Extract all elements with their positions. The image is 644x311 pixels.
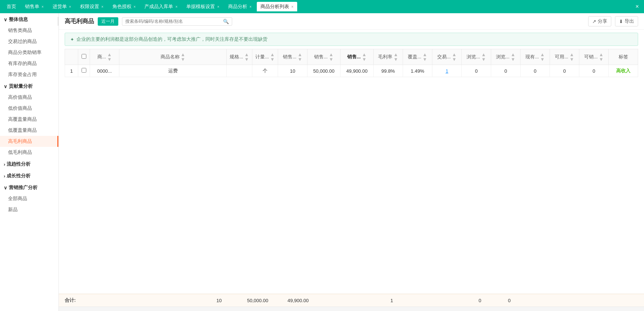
sidebar-group-growth[interactable]: › 成长性分析 <box>0 170 58 181</box>
main-layout: « ∨ 整体信息 销售类商品 交易过的商品 商品分类助销率 有库存的商品 库存资… <box>0 13 644 311</box>
sidebar-item-high-margin[interactable]: 高毛利商品 <box>0 136 58 147</box>
footer-available: 0 <box>494 298 524 303</box>
close-icon[interactable]: × <box>134 5 136 9</box>
col-gross-rate[interactable]: 毛利率 ▲▼ <box>374 49 403 65</box>
filter-recent-month-button[interactable]: 近一月 <box>98 17 118 26</box>
sidebar-item-low-value[interactable]: 低价值商品 <box>0 103 58 114</box>
cell-index: 1 <box>65 65 78 77</box>
footer-sales1: 10 <box>201 298 237 303</box>
nav-sales[interactable]: 销售单 × <box>21 2 47 11</box>
top-navigation: 首页 销售单 × 进货单 × 权限设置 × 角色授权 × 产成品入库单 × 单据… <box>0 0 644 13</box>
info-banner: ✦ 企业的主要的利润都是这部分商品创造的，可考虑加大推广，同时关注库存是不要出现… <box>65 33 638 46</box>
sidebar-item-high-coverage[interactable]: 高覆盖量商品 <box>0 114 58 125</box>
product-table: 商... ▲▼ 商品名称 ▲▼ 规格... <box>65 49 638 77</box>
sidebar-item-sales-products[interactable]: 销售类商品 <box>0 25 58 36</box>
close-icon[interactable]: × <box>217 5 219 9</box>
sidebar-group-overview[interactable]: ∨ 整体信息 <box>0 13 58 25</box>
col-name[interactable]: 商品名称 ▲▼ <box>119 49 227 65</box>
export-button[interactable]: ⬇ 导出 <box>615 16 638 26</box>
sidebar-collapse-button[interactable]: « <box>58 17 59 26</box>
close-icon[interactable]: × <box>249 5 252 9</box>
nav-permissions[interactable]: 权限设置 × <box>76 2 107 11</box>
table-row: 1 0000... 运费 个 10 50,000.00 49,900.00 99… <box>65 65 638 77</box>
search-box: 🔍 <box>122 17 232 26</box>
sidebar-item-stock-capital[interactable]: 库存资金占用 <box>0 69 58 80</box>
row-checkbox[interactable] <box>82 68 86 73</box>
footer-transaction: 1 <box>377 298 406 303</box>
chevron-down-icon: ∨ <box>4 17 7 22</box>
close-icon[interactable]: × <box>69 5 71 9</box>
sidebar-item-high-value[interactable]: 高价值商品 <box>0 92 58 103</box>
col-browse1[interactable]: 浏览... ▲▼ <box>462 49 491 65</box>
sidebar-item-stock-products[interactable]: 有库存的商品 <box>0 58 58 69</box>
export-icon: ⬇ <box>619 19 623 24</box>
sidebar-group-marketing[interactable]: ∨ 营销推广分析 <box>0 181 58 193</box>
chevron-down-icon: ∨ <box>4 84 7 89</box>
chevron-right-icon: › <box>4 173 5 179</box>
sidebar: « ∨ 整体信息 销售类商品 交易过的商品 商品分类助销率 有库存的商品 库存资… <box>0 13 59 311</box>
close-icon[interactable]: × <box>101 5 104 9</box>
cell-tag: 高收入 <box>609 65 638 77</box>
chevron-down-icon: ∨ <box>4 185 7 191</box>
col-sellable[interactable]: 可销... ▲▼ <box>579 49 609 65</box>
col-sales1[interactable]: 销售... ▲▼ <box>278 49 307 65</box>
sidebar-item-new-products[interactable]: 新品 <box>0 204 58 215</box>
nav-analysis-list[interactable]: 商品分析列表 × <box>257 2 297 11</box>
footer-sales3: 49,900.00 <box>278 298 318 303</box>
nav-analysis[interactable]: 商品分析 × <box>224 2 255 11</box>
close-icon[interactable]: × <box>175 5 177 9</box>
sidebar-item-category-rate[interactable]: 商品分类助销率 <box>0 47 58 58</box>
col-available[interactable]: 可用... ▲▼ <box>550 49 579 65</box>
col-code[interactable]: 商... ▲▼ <box>90 49 119 65</box>
chevron-right-icon: › <box>4 162 5 167</box>
close-icon[interactable]: × <box>291 5 294 9</box>
select-all-checkbox[interactable] <box>82 54 86 59</box>
cell-sellable: 0 <box>579 65 609 77</box>
search-input[interactable] <box>125 19 221 24</box>
table-header-row: 商... ▲▼ 商品名称 ▲▼ 规格... <box>65 49 638 65</box>
search-icon[interactable]: 🔍 <box>223 19 229 24</box>
col-current[interactable]: 现有... ▲▼ <box>521 49 550 65</box>
nav-purchase[interactable]: 进货单 × <box>49 2 75 11</box>
sidebar-item-low-margin[interactable]: 低毛利商品 <box>0 147 58 158</box>
cell-code[interactable]: 0000... <box>90 65 119 77</box>
table-wrap: 商... ▲▼ 商品名称 ▲▼ 规格... <box>59 49 644 294</box>
col-spec[interactable]: 规格... ▲▼ <box>227 49 252 65</box>
col-unit[interactable]: 计量... ▲▼ <box>252 49 278 65</box>
close-icon[interactable]: × <box>42 5 44 9</box>
sidebar-item-all-products[interactable]: 全部商品 <box>0 193 58 204</box>
cell-spec <box>227 65 252 77</box>
cell-checkbox[interactable] <box>78 65 90 77</box>
cell-transaction[interactable]: 1 <box>432 65 462 77</box>
col-browse2[interactable]: 浏览... ▲▼ <box>491 49 521 65</box>
nav-template[interactable]: 单据模板设置 × <box>183 2 223 11</box>
page-title: 高毛利商品 <box>65 18 94 25</box>
nav-roles[interactable]: 角色授权 × <box>109 2 140 11</box>
horizontal-scrollbar[interactable] <box>59 307 644 311</box>
col-transaction[interactable]: 交易... ▲▼ <box>432 49 462 65</box>
col-checkbox[interactable] <box>78 49 90 65</box>
sidebar-item-traded-products[interactable]: 交易过的商品 <box>0 36 58 47</box>
content-area: 高毛利商品 近一月 🔍 ↗ 分享 ⬇ 导出 ✦ 企业的主要的利润都是这部分商品创… <box>59 13 644 311</box>
footer-sales2: 50,000.00 <box>237 298 278 303</box>
cell-sales2: 50,000.00 <box>307 65 341 77</box>
sidebar-group-trend[interactable]: › 流趋性分析 <box>0 158 58 170</box>
close-all-button[interactable]: × <box>633 3 641 10</box>
col-coverage[interactable]: 覆盖... ▲▼ <box>403 49 432 65</box>
cell-browse1: 0 <box>462 65 491 77</box>
share-icon: ↗ <box>592 19 596 24</box>
nav-home[interactable]: 首页 <box>3 2 20 11</box>
nav-product-entry[interactable]: 产成品入库单 × <box>141 2 181 11</box>
col-sales3[interactable]: 销售... ▲▼ <box>341 49 374 65</box>
cell-current: 0 <box>521 65 550 77</box>
share-button[interactable]: ↗ 分享 <box>588 16 611 26</box>
sidebar-group-contribution[interactable]: ∨ 贡献量分析 <box>0 80 58 92</box>
cell-gross-rate: 99.8% <box>374 65 403 77</box>
col-tag[interactable]: 标签 <box>609 49 638 65</box>
cell-browse2: 0 <box>491 65 521 77</box>
col-sales2[interactable]: 销售... ▲▼ <box>307 49 341 65</box>
cell-unit: 个 <box>252 65 278 77</box>
footer-current: 0 <box>465 298 494 303</box>
sidebar-item-low-coverage[interactable]: 低覆盖量商品 <box>0 125 58 136</box>
content-header: 高毛利商品 近一月 🔍 ↗ 分享 ⬇ 导出 <box>59 13 644 30</box>
